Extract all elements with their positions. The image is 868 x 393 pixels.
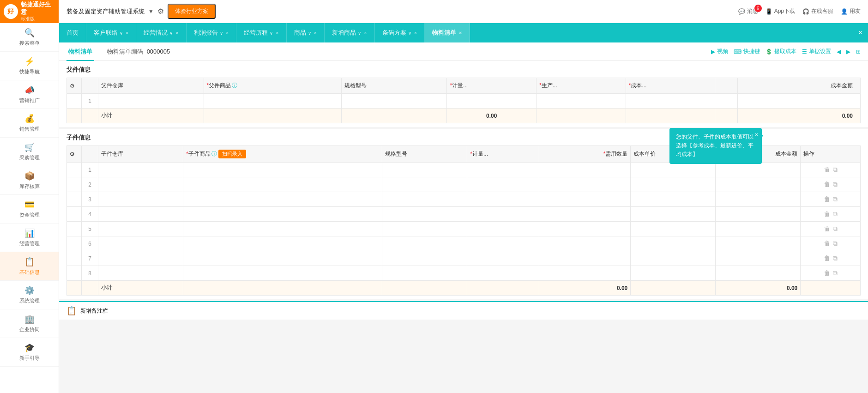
child-row5-cost-unit[interactable] [631, 222, 716, 236]
parent-row1-unit[interactable] [447, 94, 536, 109]
child-row2-goods[interactable] [183, 177, 382, 192]
child-row1-cost-unit[interactable] [631, 163, 716, 177]
child-row7-unit[interactable] [467, 251, 539, 266]
child-row5-spec[interactable] [382, 222, 467, 236]
tab-home[interactable]: 首页 [59, 23, 86, 42]
child-row6-copy-icon[interactable]: ⧉ [833, 240, 838, 248]
sidebar-item-finance[interactable]: 💳 资金管理 [0, 195, 59, 224]
child-row1-spec[interactable] [382, 163, 467, 177]
tab-bom-close[interactable]: × [459, 30, 462, 36]
child-row1-delete-icon[interactable]: 🗑 [824, 166, 830, 174]
sub-tab-code-label[interactable]: 物料清单编码 [107, 48, 143, 55]
child-row6-qty[interactable] [539, 236, 631, 251]
sidebar-item-enterprise[interactable]: 🏢 企业协同 [0, 309, 59, 338]
child-row4-delete-icon[interactable]: 🗑 [824, 210, 830, 218]
child-row8-spec[interactable] [382, 266, 467, 281]
child-row1-copy-icon[interactable]: ⧉ [833, 166, 838, 174]
sidebar-item-search[interactable]: 🔍 搜索菜单 [0, 23, 59, 52]
child-row4-qty[interactable] [539, 207, 631, 222]
sidebar-item-quicknav[interactable]: ⚡ 快捷导航 [0, 52, 59, 80]
child-row1-unit[interactable] [467, 163, 539, 177]
child-row5-delete-icon[interactable]: 🗑 [824, 225, 830, 233]
sidebar-item-purchase[interactable]: 🛒 采购管理 [0, 138, 59, 166]
child-row4-unit[interactable] [467, 207, 539, 222]
tab-operations[interactable]: 经营情况 ∨ × [136, 23, 186, 42]
tab-customer[interactable]: 客户联络 ∨ × [86, 23, 136, 42]
child-row2-unit[interactable] [467, 177, 539, 192]
topbar-gear-icon[interactable]: ⚙ [157, 7, 164, 16]
user-item[interactable]: 👤 用友 [841, 7, 861, 15]
child-row6-spec[interactable] [382, 236, 467, 251]
tab-goods[interactable]: 商品 ∨ × [287, 23, 325, 42]
child-row8-warehouse[interactable] [98, 266, 183, 281]
child-row7-goods[interactable] [183, 251, 382, 266]
trial-button[interactable]: 体验行业方案 [168, 4, 216, 19]
child-row3-warehouse[interactable] [98, 192, 183, 207]
child-row1-qty[interactable] [539, 163, 631, 177]
topbar-dropdown-arrow[interactable]: ▼ [148, 8, 154, 15]
child-row8-cost-unit[interactable] [631, 266, 716, 281]
nav-tabs-close-all[interactable]: × [853, 29, 868, 37]
toolbar-grid-icon[interactable]: ⊞ [856, 48, 861, 55]
child-row8-qty[interactable] [539, 266, 631, 281]
sidebar-item-newguide[interactable]: 🎓 新手引导 [0, 338, 59, 367]
child-row5-warehouse[interactable] [98, 222, 183, 236]
tab-biz-history[interactable]: 经营历程 ∨ × [236, 23, 286, 42]
toolbar-nav-next[interactable]: ▶ [846, 48, 850, 55]
child-row6-delete-icon[interactable]: 🗑 [824, 240, 830, 248]
child-row4-warehouse[interactable] [98, 207, 183, 222]
tooltip-close-button[interactable]: × [755, 131, 758, 139]
child-row6-goods[interactable] [183, 236, 382, 251]
sidebar-item-marketing[interactable]: 📣 营销推广 [0, 80, 59, 109]
sidebar-item-basic[interactable]: 📋 基础信息 [0, 252, 59, 281]
child-row2-copy-icon[interactable]: ⧉ [833, 181, 838, 188]
sub-tab-list[interactable]: 物料清单 [66, 42, 94, 61]
child-row3-spec[interactable] [382, 192, 467, 207]
toolbar-nav-prev[interactable]: ◀ [837, 48, 841, 55]
child-row6-cost-unit[interactable] [631, 236, 716, 251]
child-row4-goods[interactable] [183, 207, 382, 222]
toolbar-single-settings[interactable]: ☰ 单据设置 [802, 48, 831, 55]
child-row3-goods[interactable] [183, 192, 382, 207]
child-row5-qty[interactable] [539, 222, 631, 236]
child-row3-copy-icon[interactable]: ⧉ [833, 195, 838, 203]
child-row3-qty[interactable] [539, 192, 631, 207]
parent-row1-goods[interactable] [204, 94, 341, 109]
child-row7-cost-unit[interactable] [631, 251, 716, 266]
scan-button[interactable]: 扫码录入 [218, 150, 246, 158]
child-th-gear[interactable]: ⚙ [67, 146, 82, 163]
tab-goods-close[interactable]: × [314, 30, 317, 36]
message-item[interactable]: 💬 消息 6 [738, 7, 758, 15]
app-download-item[interactable]: 📱 App下载 [766, 7, 795, 15]
child-row8-unit[interactable] [467, 266, 539, 281]
child-row3-unit[interactable] [467, 192, 539, 207]
sidebar-item-system[interactable]: ⚙️ 系统管理 [0, 281, 59, 309]
tab-profit[interactable]: 利润报告 ∨ × [187, 23, 236, 42]
child-row7-warehouse[interactable] [98, 251, 183, 266]
child-row4-copy-icon[interactable]: ⧉ [833, 210, 838, 218]
child-row7-copy-icon[interactable]: ⧉ [833, 254, 838, 262]
child-row4-cost-unit[interactable] [631, 207, 716, 222]
toolbar-video[interactable]: ▶ 视频 [711, 48, 728, 55]
sidebar-item-inventory[interactable]: 📦 库存核算 [0, 166, 59, 195]
child-row1-warehouse[interactable] [98, 163, 183, 177]
child-row2-delete-icon[interactable]: 🗑 [824, 181, 830, 188]
child-row8-copy-icon[interactable]: ⧉ [833, 269, 838, 277]
parent-row1-warehouse[interactable] [98, 94, 204, 109]
child-row6-warehouse[interactable] [98, 236, 183, 251]
sidebar-item-operations[interactable]: 📊 经营管理 [0, 224, 59, 252]
tab-profit-close[interactable]: × [226, 30, 229, 36]
child-row3-cost-unit[interactable] [631, 192, 716, 207]
parent-row1-cost[interactable] [626, 94, 715, 109]
tab-biz-history-close[interactable]: × [276, 30, 278, 36]
sidebar-item-sales[interactable]: 💰 销售管理 [0, 109, 59, 138]
tab-barcode[interactable]: 条码方案 ∨ × [375, 23, 425, 42]
child-row5-unit[interactable] [467, 222, 539, 236]
child-row2-cost-unit[interactable] [631, 177, 716, 192]
child-row8-delete-icon[interactable]: 🗑 [824, 269, 830, 277]
tab-customer-close[interactable]: × [126, 30, 128, 36]
tab-barcode-close[interactable]: × [414, 30, 417, 36]
child-row8-goods[interactable] [183, 266, 382, 281]
service-item[interactable]: 🎧 在线客服 [802, 7, 833, 15]
tab-new-goods-close[interactable]: × [364, 30, 367, 36]
